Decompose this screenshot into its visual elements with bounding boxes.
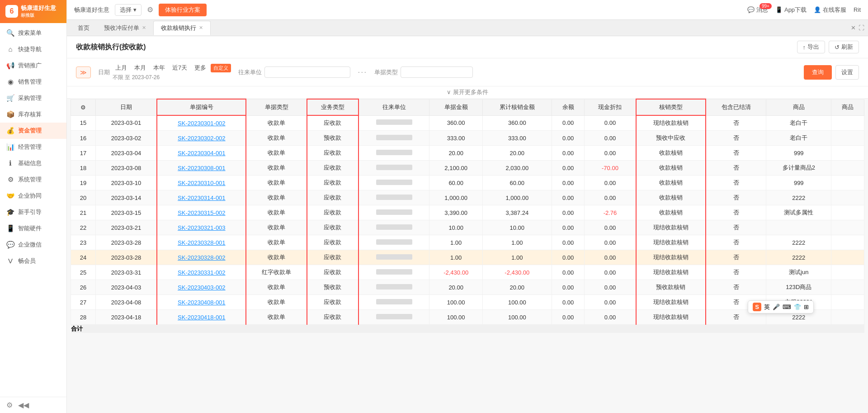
- cell-discount: -70.00: [585, 161, 636, 176]
- close-window-icon[interactable]: ✕: [851, 24, 856, 31]
- doc-no-link[interactable]: SK-20230301-002: [178, 120, 226, 127]
- widget-mic-icon[interactable]: 🎤: [773, 304, 780, 310]
- doc-no-link[interactable]: SK-20230331-002: [178, 269, 226, 276]
- doc-no-link[interactable]: SK-20230328-002: [178, 254, 226, 261]
- cell-biz-type: 应收款: [307, 295, 359, 310]
- refresh-button[interactable]: ↺ 刷新: [829, 41, 859, 53]
- app-download-button[interactable]: 📱 App下载: [775, 6, 807, 14]
- sidebar-label-marketing: 营销推广: [18, 62, 42, 70]
- export-button[interactable]: ↑ 导出: [797, 41, 826, 53]
- cell-included: 否: [706, 235, 766, 250]
- expand-bar[interactable]: ∨ 展开更多条件: [67, 86, 868, 99]
- setting-button[interactable]: 设置: [835, 65, 859, 80]
- th-accum: 累计核销金额: [482, 99, 552, 115]
- sidebar-label-nav: 快捷导航: [18, 45, 42, 53]
- th-settings[interactable]: ⚙: [71, 99, 96, 115]
- sidebar-item-info[interactable]: ℹ基础信息: [0, 155, 66, 171]
- cell-doc-no: SK-20230408-001: [157, 295, 246, 310]
- date-btn-more[interactable]: 更多: [192, 63, 209, 73]
- collapse-icon[interactable]: ◀◀: [18, 401, 29, 409]
- user-info[interactable]: Rit: [854, 6, 861, 13]
- sidebar-item-inventory[interactable]: 📦库存核算: [0, 106, 66, 123]
- sidebar-item-search[interactable]: 🔍搜索菜单: [0, 25, 66, 41]
- topbar-dropdown[interactable]: 选择 ▾: [115, 4, 142, 16]
- tab-home[interactable]: 首页: [71, 21, 97, 35]
- table-row: 21 2023-03-15 SK-20230315-002 收款单 应收款 3,…: [71, 205, 864, 220]
- doc-no-link[interactable]: SK-20230408-001: [178, 299, 226, 306]
- sidebar-item-guide[interactable]: 🎓新手引导: [0, 204, 66, 220]
- system-icon: ⚙: [6, 176, 14, 184]
- doc-no-link[interactable]: SK-20230302-002: [178, 135, 226, 142]
- solution-button[interactable]: 体验行业方案: [159, 4, 207, 16]
- sidebar-item-hardware[interactable]: 📱智能硬件: [0, 220, 66, 237]
- widget-grid-icon[interactable]: ⊞: [804, 304, 809, 310]
- sidebar-item-operations[interactable]: 📊经营管理: [0, 139, 66, 155]
- date-label: 日期: [98, 68, 110, 76]
- sidebar-item-member[interactable]: V畅会员: [0, 253, 66, 269]
- cell-verify-type: 收款核销: [636, 190, 706, 205]
- sidebar-item-nav[interactable]: ⌂快捷导航: [0, 41, 66, 57]
- table-row: 16 2023-03-02 SK-20230302-002 收款单 预收款 33…: [71, 131, 864, 146]
- cell-verify-type: 预收款核销: [636, 280, 706, 295]
- logo-icon: 6: [5, 5, 18, 18]
- sidebar-item-funds[interactable]: 💰资金管理: [0, 123, 66, 139]
- sidebar-item-collab[interactable]: 🤝企业协同: [0, 188, 66, 204]
- date-btn-this-year[interactable]: 本年: [151, 63, 168, 73]
- floating-input-widget[interactable]: S 英 🎤 ⌨ 👕 ⊞: [748, 300, 814, 313]
- date-btn-last-month[interactable]: 上月: [113, 63, 130, 73]
- page-content: 收款核销执行(按收款) ↑ 导出 ↺ 刷新 ≫ 日期 上月: [67, 36, 868, 413]
- service-button[interactable]: 👤 在线客服: [814, 6, 846, 14]
- table-row: 25 2023-03-31 SK-20230331-002 红字收款单 应收款 …: [71, 265, 864, 280]
- tab-prepay[interactable]: 预收冲应付单 ✕: [97, 21, 153, 35]
- cell-partner: [359, 235, 429, 250]
- th-verify-type: 核销类型: [636, 99, 706, 115]
- cell-accum: 360.00: [482, 115, 552, 131]
- doc-no-link[interactable]: SK-20230310-001: [178, 180, 226, 186]
- widget-keyboard-icon[interactable]: ⌨: [783, 304, 791, 310]
- gear-icon[interactable]: ⚙: [147, 5, 153, 14]
- cell-goods1: 123D商品: [766, 280, 831, 295]
- table-row: 19 2023-03-10 SK-20230310-001 收款单 应收款 60…: [71, 176, 864, 190]
- tab-prepay-close[interactable]: ✕: [142, 25, 146, 31]
- doc-no-link[interactable]: SK-20230308-001: [178, 165, 226, 171]
- date-btn-7days[interactable]: 近7天: [170, 63, 190, 73]
- search-icon: 🔍: [6, 29, 14, 37]
- maximize-icon[interactable]: ⛶: [859, 24, 864, 31]
- sidebar-item-wechat[interactable]: 💬企业微信: [0, 237, 66, 253]
- sidebar-label-operations: 经营管理: [18, 143, 42, 151]
- table-body: 15 2023-03-01 SK-20230301-002 收款单 应收款 36…: [71, 115, 864, 325]
- cell-doc-type: 收款单: [246, 115, 307, 131]
- doc-no-link[interactable]: SK-20230315-002: [178, 209, 226, 216]
- cell-accum: 20.00: [482, 146, 552, 161]
- partner-input[interactable]: [264, 66, 350, 78]
- cell-biz-type: 应收款: [307, 205, 359, 220]
- query-button[interactable]: 查询: [804, 65, 832, 80]
- cell-verify-type: 现结收款核销: [636, 265, 706, 280]
- doc-no-link[interactable]: SK-20230403-002: [178, 284, 226, 291]
- cell-amount: 1.00: [429, 250, 482, 265]
- tab-verify[interactable]: 收款核销执行 ✕: [153, 21, 211, 35]
- cell-partner: [359, 190, 429, 205]
- tab-verify-close[interactable]: ✕: [199, 25, 203, 31]
- doc-no-link[interactable]: SK-20230321-003: [178, 224, 226, 231]
- cell-amount: 1.00: [429, 235, 482, 250]
- cell-no: 25: [71, 265, 96, 280]
- cell-verify-type: 收款核销: [636, 205, 706, 220]
- widget-shirt-icon[interactable]: 👕: [794, 304, 801, 310]
- doctype-select[interactable]: [401, 66, 473, 78]
- cell-discount: 0.00: [585, 295, 636, 310]
- date-custom-btn[interactable]: 自定义: [211, 64, 231, 72]
- message-button[interactable]: 💬 消息 99+: [747, 6, 768, 14]
- doc-no-link[interactable]: SK-20230304-001: [178, 150, 226, 157]
- sidebar-item-purchase[interactable]: 🛒采购管理: [0, 90, 66, 106]
- doc-no-link[interactable]: SK-20230328-001: [178, 239, 226, 246]
- filter-toggle-button[interactable]: ≫: [76, 66, 91, 78]
- sidebar-item-sales[interactable]: ◉销售管理: [0, 74, 66, 90]
- doc-no-link[interactable]: SK-20230314-001: [178, 195, 226, 201]
- doc-no-link[interactable]: SK-20230418-001: [178, 314, 226, 321]
- date-btn-this-month[interactable]: 本月: [132, 63, 149, 73]
- sidebar-item-marketing[interactable]: 📢营销推广: [0, 57, 66, 74]
- cell-goods1: 2222: [766, 250, 831, 265]
- sidebar-item-system[interactable]: ⚙系统管理: [0, 171, 66, 188]
- settings-icon[interactable]: ⚙: [6, 401, 13, 409]
